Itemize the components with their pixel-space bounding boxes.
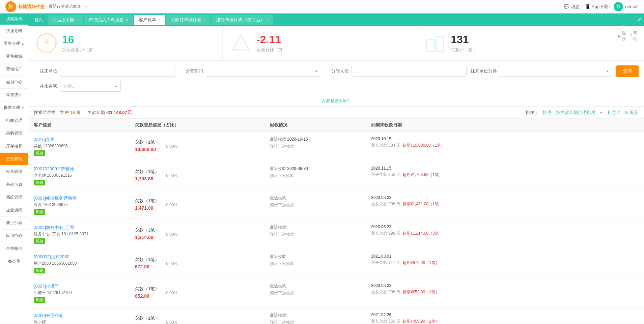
sidebar-item-purchase-mgmt[interactable]: 采购管理 — [0, 127, 28, 140]
sidebar-item-new-guide[interactable]: 新手引导 — [0, 217, 28, 230]
customer-name-5[interactable]: [0007]小进千 — [34, 283, 135, 289]
customer-name-6[interactable]: [0006]去下粮仓 — [34, 313, 135, 319]
tab-close-production[interactable]: × — [126, 18, 128, 22]
customer-phone-6: 陈小邦 — [34, 319, 135, 324]
tab-close-purchase-order[interactable]: × — [203, 18, 205, 22]
sidebar-item-marketing[interactable]: 营销推广 — [0, 63, 28, 76]
filter-input-source-unit[interactable]: ... — [60, 66, 175, 77]
help-link[interactable]: ? 帮助 — [630, 30, 637, 42]
help-icon: ? — [630, 34, 632, 38]
debt-count-5: 欠款（1笔） — [135, 286, 159, 292]
sidebar-item-ecommerce[interactable]: 电商管理 — [0, 114, 28, 127]
overdue-days-0: 最长欠款 884 天 — [371, 143, 400, 148]
sidebar-item-free-member[interactable]: 畅会员 — [0, 255, 28, 268]
payment-info-5: 最近收款 预计下次收款 — [270, 283, 371, 303]
sidebar-item-retail-stats[interactable]: 零售统计 — [0, 89, 28, 101]
overdue-link-6[interactable]: 超期¥455.90（1笔） — [402, 319, 440, 324]
sidebar-item-finance-mgmt[interactable]: 资金管理 — [0, 153, 28, 166]
overdue-link-1[interactable]: 超期¥1,703.68（1笔） — [402, 172, 443, 178]
svg-text:¥: ¥ — [44, 36, 49, 46]
debt-cell-4: 欠款（1笔） 672.00 0.00% — [135, 254, 270, 273]
filter-select-balance[interactable]: 选择... ▼ — [60, 81, 121, 92]
customer-name-3[interactable]: [0002]服务中心_丁磊 — [34, 225, 135, 231]
export-button[interactable]: ⬆ 导出 — [607, 110, 621, 116]
customer-name-0[interactable]: [0016]吴俊 — [34, 137, 135, 143]
sidebar-search[interactable]: 搜索菜单 — [0, 13, 28, 25]
customer-info-3: [0002]服务中心_丁磊 服务中心_丁磊 181 0125 8371 现销 — [34, 225, 135, 244]
sidebar: 搜索菜单 快捷导航 零售管理 ▲ 零售商城 营销推广 会员中心 零售统计 批发管… — [0, 13, 28, 324]
table-row: [0006]去下粮仓 陈小邦 现销 欠款（1笔） 455.90 0.00% 最 — [28, 308, 644, 324]
overdue-link-4[interactable]: 超期¥672.00（1笔） — [402, 260, 440, 266]
sidebar-item-ops-mgmt[interactable]: 经营管理 — [0, 166, 28, 178]
tab-close-products[interactable]: × — [76, 18, 78, 22]
overdue-days-1: 最长欠款 853 天 — [371, 172, 400, 178]
sort-select[interactable]: 排序：按欠款金额倒序排序 — [543, 110, 595, 116]
next-payment-0: 预计下次收款 — [270, 144, 371, 149]
sidebar-item-system-mgmt[interactable]: 系统管理 — [0, 191, 28, 204]
overdue-info-3: 2020.06.23 最长欠款 998 天 超期¥1,214.00（3笔） — [371, 225, 639, 244]
customer-info-6: [0006]去下粮仓 陈小邦 现销 — [34, 313, 135, 324]
sidebar-item-enterprise-wechat[interactable]: 企业微信 — [0, 242, 28, 255]
debt-percent-6: 0.00% — [166, 320, 177, 324]
customer-tag-3: 现销 — [34, 238, 45, 244]
filter-item-balance: 往来余额 选择... ▼ — [34, 81, 639, 92]
sidebar-item-member-center[interactable]: 会员中心 — [0, 76, 28, 89]
video-link[interactable]: ▶ 视频 — [618, 30, 626, 42]
refresh-button[interactable]: ↻ 刷新 — [625, 110, 639, 116]
tab-customer-account[interactable]: 客户账本 × — [134, 15, 165, 25]
overdue-days-3: 最长欠款 998 天 — [371, 231, 400, 236]
video-icon: ▶ — [618, 34, 621, 38]
next-payment-5: 预计下次收款 — [270, 290, 371, 296]
tab-inventory-stats[interactable]: 进货单统计表（按商品） × — [212, 15, 273, 25]
top-bar-right: 💬 消息 📱 App下载 D demo2 — [564, 2, 639, 11]
tab-production[interactable]: 产成品入库单历史 × — [84, 15, 133, 25]
stat-card-total-customers: 131 总客户（家） — [417, 26, 611, 60]
sidebar-item-app-center[interactable]: 应用中心 — [0, 230, 28, 242]
customer-name-2[interactable]: [0003]畅捷服务尹海燕 — [34, 195, 135, 201]
customer-name-4[interactable]: [000002]用户2050 — [34, 254, 135, 260]
collapse-row[interactable]: ⋀ 收起更多条件 — [34, 96, 639, 106]
stat-icon-total-customers — [425, 33, 445, 53]
logo-area: 好 畅捷通好生意 — [5, 1, 45, 12]
sidebar-item-quick-nav[interactable]: 快捷导航 — [0, 25, 28, 37]
overdue-date-5: 2020.06.23 — [371, 283, 639, 288]
tab-home[interactable]: 首页 — [31, 15, 47, 25]
tab-purchase-order[interactable]: 采购订单统计表 × — [166, 15, 210, 25]
search-button[interactable]: 查询 — [616, 65, 639, 77]
filter-select-unit-category[interactable]: ▼ — [497, 66, 612, 77]
tab-products[interactable]: 商品上下架 × — [48, 15, 83, 25]
tab-bar: 首页 商品上下架 × 产成品入库单历史 × 客户账本 × 采购订单统计表 × 进… — [28, 13, 644, 26]
stat-label-debt-amount: 欠款合计（万） — [256, 47, 409, 53]
sidebar-item-retail-mall[interactable]: 零售商城 — [0, 50, 28, 63]
debt-amount-3: 1,214.00 — [135, 235, 159, 240]
debt-cell-0: 欠款（1笔） 10,000.00 0.00% — [135, 137, 270, 156]
sidebar-item-batch-mgmt[interactable]: 批发管理 ▼ — [0, 101, 28, 114]
overdue-link-5[interactable]: 超期¥652.00（1笔） — [402, 289, 440, 295]
sidebar-item-retail-mgmt[interactable]: 零售管理 ▲ — [0, 37, 28, 50]
customer-phone-0: 吴俊 13026203696 — [34, 143, 135, 149]
result-count: 16 — [70, 110, 75, 115]
sidebar-item-inventory-check[interactable]: 库存核算 — [0, 140, 28, 153]
app-download-link[interactable]: 📱 App下载 — [585, 4, 608, 10]
user-menu[interactable]: D demo2 — [614, 2, 639, 11]
overdue-link-2[interactable]: 超期¥1,471.00（1笔） — [402, 201, 443, 207]
payment-info-2: 最近收款 预计下次收款 — [270, 195, 371, 215]
overdue-link-3[interactable]: 超期¥1,214.00（3笔） — [402, 231, 443, 236]
filter-input-manager[interactable]: ... — [352, 66, 467, 77]
sidebar-item-basic-info[interactable]: 基础信息 — [0, 178, 28, 191]
debt-percent-0: 0.00% — [166, 144, 177, 149]
customer-name-1[interactable]: [0001020001]李老师 — [34, 166, 135, 172]
tab-close-inventory-stats[interactable]: × — [267, 18, 269, 22]
tab-expand-icon[interactable]: ⤢ — [637, 17, 641, 24]
message-link[interactable]: 💬 消息 — [564, 4, 580, 10]
stat-value-total-customers: 131 — [451, 33, 603, 46]
customer-info-4: [000002]用户2050 用户2050 18665062050 现销 — [34, 254, 135, 273]
tab-minimize-icon[interactable]: － — [629, 17, 634, 24]
col-header-overdue: 到期未收款日期 — [371, 122, 639, 128]
filter-select-department[interactable]: ▼ — [206, 66, 321, 77]
sort-label: 排序： — [526, 110, 539, 116]
overdue-link-0[interactable]: 超期¥10,000.00（1笔） — [402, 143, 445, 148]
sidebar-item-enterprise-coop[interactable]: 企业协同 — [0, 204, 28, 217]
tab-close-customer-account[interactable]: × — [158, 18, 160, 22]
chevron-down-icon-3: ▼ — [114, 85, 118, 88]
